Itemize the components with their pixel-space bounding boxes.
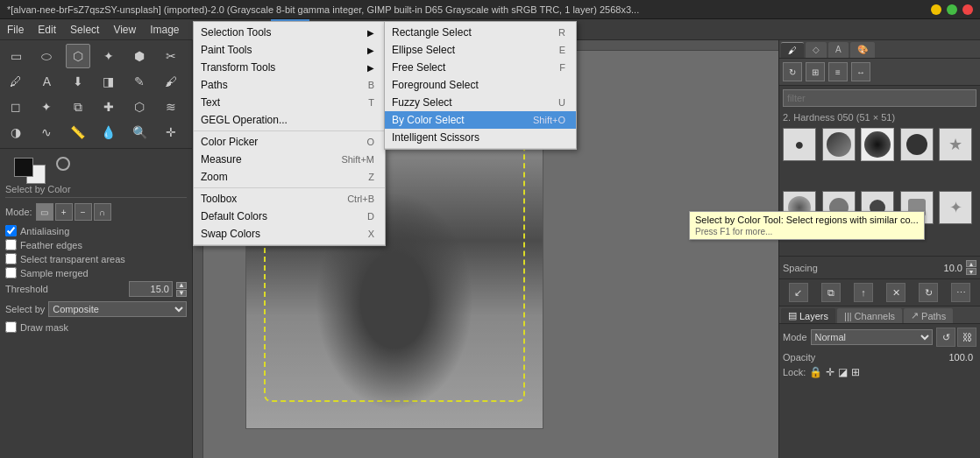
tool-bucket[interactable]: ⬇	[66, 69, 90, 94]
new-brush-icon[interactable]: ↙	[789, 283, 808, 302]
brush-cell-9[interactable]	[900, 191, 934, 224]
tool-color-picker[interactable]: 💧	[96, 120, 121, 144]
lock-position-icon[interactable]: ✛	[826, 366, 834, 378]
lock-icon[interactable]: 🔒	[809, 366, 822, 378]
tool-brush[interactable]: 🖌	[159, 69, 183, 94]
brush-list-icon[interactable]: ≡	[828, 62, 848, 81]
tab-dynamics[interactable]: 🎨	[850, 42, 875, 58]
tool-free-select[interactable]: ⬡	[66, 44, 90, 68]
tool-pencil[interactable]: ✎	[127, 69, 152, 94]
mode-intersect[interactable]: ∩	[94, 203, 111, 221]
menu-image[interactable]: Image	[143, 19, 186, 39]
brush-cell-2[interactable]	[822, 128, 856, 161]
mode-dropdown[interactable]: Normal	[811, 329, 933, 345]
tab-brushes[interactable]: 🖌	[781, 42, 804, 58]
tool-blur[interactable]: ≋	[159, 95, 183, 119]
tool-dodge[interactable]: ◑	[4, 120, 28, 144]
tool-smudge[interactable]: ∿	[34, 120, 59, 144]
antialiasing-label[interactable]: Antialiasing	[20, 226, 69, 236]
spacing-up[interactable]: ▲	[966, 260, 976, 267]
brush-refresh-icon[interactable]: ↻	[783, 62, 802, 81]
menu-selection-tools[interactable]: Selection Tools ▶	[194, 24, 385, 41]
feather-label[interactable]: Feather edges	[20, 240, 82, 250]
menu-color-picker[interactable]: Color Picker O	[194, 133, 385, 151]
tool-measure[interactable]: 📏	[66, 120, 90, 144]
layer-reset-icon[interactable]: ↺	[936, 328, 955, 347]
sample-merged-checkbox[interactable]	[5, 267, 17, 278]
brush-cell-7[interactable]	[822, 191, 856, 224]
antialiasing-checkbox[interactable]	[5, 225, 17, 236]
menu-transform-tools[interactable]: Transform Tools ▶	[194, 59, 385, 76]
menu-toolbox[interactable]: Toolbox Ctrl+B	[194, 190, 385, 208]
tool-move[interactable]: ✛	[159, 120, 183, 144]
threshold-up[interactable]: ▲	[176, 282, 187, 289]
brush-spacing-icon[interactable]: ↔	[851, 62, 870, 81]
menu-fuzzy-select[interactable]: Fuzzy Select U	[385, 94, 576, 111]
tab-layers[interactable]: ▤ Layers	[781, 308, 835, 323]
swap-colors-icon[interactable]	[56, 157, 70, 171]
refresh-brushes-icon[interactable]: ↻	[919, 283, 938, 302]
spacing-down[interactable]: ▼	[966, 268, 976, 275]
transparent-checkbox[interactable]	[5, 253, 17, 264]
brush-cell-6[interactable]	[783, 191, 816, 224]
tab-fonts[interactable]: A	[828, 42, 849, 58]
selection-submenu[interactable]: Rectangle Select R Ellipse Select E Free…	[384, 21, 577, 150]
brush-cell-5[interactable]: ★	[939, 128, 972, 161]
maximize-button[interactable]	[947, 4, 957, 15]
minimize-button[interactable]	[931, 4, 941, 15]
tool-clone[interactable]: ⧉	[66, 95, 90, 119]
tab-paths[interactable]: ↗ Paths	[904, 308, 953, 323]
tool-eraser[interactable]: ◻	[4, 95, 28, 119]
tool-paths[interactable]: 🖊	[4, 69, 28, 94]
mode-subtract[interactable]: −	[75, 203, 92, 221]
menu-select[interactable]: Select	[63, 19, 106, 39]
tool-scissors[interactable]: ✂	[159, 44, 183, 68]
tool-zoom[interactable]: 🔍	[127, 120, 152, 144]
sample-merged-label[interactable]: Sample merged	[20, 268, 89, 278]
tool-ellipse-select[interactable]: ⬭	[34, 44, 59, 68]
brush-grid-icon[interactable]: ⊞	[806, 62, 825, 81]
duplicate-brush-icon[interactable]: ⧉	[821, 283, 841, 302]
tool-gradient[interactable]: ◨	[96, 69, 121, 94]
tool-rect-select[interactable]: ▭	[4, 44, 28, 68]
menu-file[interactable]: File	[0, 19, 31, 39]
brush-cell-8[interactable]	[861, 191, 894, 224]
mode-replace[interactable]: ▭	[36, 203, 53, 221]
tool-text[interactable]: A	[34, 69, 59, 94]
tool-perspective[interactable]: ⬡	[127, 95, 152, 119]
brush-filter-input[interactable]	[783, 89, 976, 107]
feather-checkbox[interactable]	[5, 239, 17, 250]
tab-patterns[interactable]: ◇	[806, 42, 827, 58]
menu-intelligent-scissors[interactable]: Intelligent Scissors	[385, 129, 576, 146]
menu-zoom[interactable]: Zoom Z	[194, 168, 385, 186]
menu-gegl[interactable]: GEGL Operation...	[194, 111, 385, 129]
menu-free-select[interactable]: Free Select F	[385, 59, 576, 76]
menu-swap-colors[interactable]: Swap Colors X	[194, 225, 385, 243]
lock-all-icon[interactable]: ⊞	[851, 366, 860, 378]
brush-cell-1[interactable]: ●	[783, 128, 816, 161]
close-button[interactable]	[962, 4, 973, 15]
menu-text[interactable]: Text T	[194, 94, 385, 111]
transparent-label[interactable]: Select transparent areas	[20, 254, 125, 264]
select-by-dropdown[interactable]: Composite Red Green Blue Alpha	[48, 301, 187, 317]
menu-ellipse-select[interactable]: Ellipse Select E	[385, 41, 576, 59]
brush-settings-icon[interactable]: ⋯	[951, 283, 970, 302]
tool-airbrush[interactable]: ✦	[34, 95, 59, 119]
export-brush-icon[interactable]: ↑	[854, 283, 873, 302]
menu-fg-select[interactable]: Foreground Select	[385, 76, 576, 94]
menu-rect-select[interactable]: Rectangle Select R	[385, 24, 576, 41]
menu-edit[interactable]: Edit	[31, 19, 63, 39]
brush-cell-3[interactable]	[861, 128, 894, 161]
brush-cell-10[interactable]: ✦	[939, 191, 972, 224]
lock-alpha-icon[interactable]: ◪	[838, 366, 848, 378]
tool-heal[interactable]: ✚	[96, 95, 121, 119]
draw-mask-checkbox[interactable]	[5, 321, 17, 333]
mode-add[interactable]: +	[55, 203, 73, 221]
threshold-down[interactable]: ▼	[176, 290, 187, 297]
menu-paths[interactable]: Paths B	[194, 76, 385, 94]
menu-by-color-select[interactable]: By Color Select Shift+O	[385, 111, 576, 129]
menu-view[interactable]: View	[106, 19, 143, 39]
tools-dropdown-menu[interactable]: Selection Tools ▶ Paint Tools ▶ Transfor…	[193, 21, 386, 246]
draw-mask-label[interactable]: Draw mask	[20, 322, 68, 333]
menu-measure[interactable]: Measure Shift+M	[194, 151, 385, 168]
